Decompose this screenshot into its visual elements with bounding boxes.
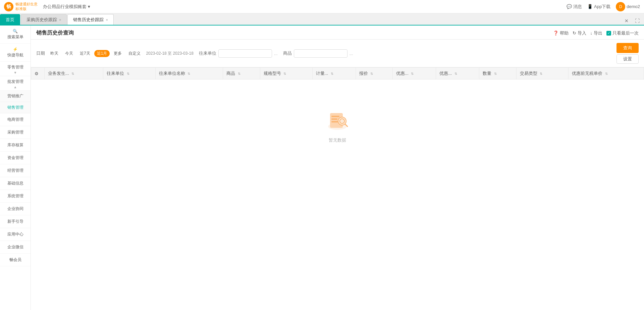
table-area: ⚙ 业务发生... ⇅ 往来单位 ⇅ 往来单位名称 ⇅: [31, 67, 644, 310]
sidebar-item-wholesale[interactable]: 批发管理 ▲: [0, 76, 31, 91]
sort-icon: ⇅: [127, 72, 129, 75]
date-filter-group: 日期 昨天 今天 近7天 近1月 更多 自定义 2023-02-18 至 202…: [36, 50, 194, 57]
col-discount1[interactable]: 优惠... ⇅: [392, 68, 436, 80]
message-button[interactable]: 💬 消息: [567, 4, 582, 10]
logo-icon: 畅: [4, 2, 13, 11]
col-partner-code[interactable]: 往来单位 ⇅: [103, 68, 155, 80]
export-button[interactable]: ↓ 导出: [590, 30, 603, 36]
col-spec[interactable]: 规格型号 ⇅: [260, 68, 312, 80]
maximize-tab-action[interactable]: ⛶: [633, 17, 641, 25]
col-settings: ⚙: [31, 68, 45, 80]
sidebar-item-basic-info[interactable]: 基础信息: [0, 177, 31, 190]
date-btn-7days[interactable]: 近7天: [77, 50, 93, 57]
partner-dots[interactable]: ...: [274, 51, 278, 56]
logo-area: 畅 畅捷通好生意 标准版: [4, 2, 38, 11]
top-bar-left: 畅 畅捷通好生意 标准版 办公用品行业模拟账套 ▾: [4, 2, 93, 11]
col-qty[interactable]: 数量 ⇅: [479, 68, 516, 80]
table-header-row: ⚙ 业务发生... ⇅ 往来单位 ⇅ 往来单位名称 ⇅: [31, 68, 644, 80]
user-menu[interactable]: D demo2: [616, 2, 640, 11]
tab-close-purchase[interactable]: ×: [59, 18, 61, 22]
date-btn-more[interactable]: 更多: [111, 50, 124, 57]
sidebar-item-vip[interactable]: 畅会员: [0, 254, 31, 266]
sidebar-item-ecommerce[interactable]: 电商管理: [0, 113, 31, 126]
sort-icon: ⇅: [454, 72, 457, 75]
tab-home[interactable]: 首页: [0, 14, 20, 25]
col-discount2[interactable]: 优惠... ⇅: [436, 68, 479, 80]
goods-input[interactable]: [294, 49, 347, 58]
date-btn-today[interactable]: 今天: [62, 50, 76, 57]
sidebar-item-app-center[interactable]: 应用中心: [0, 228, 31, 241]
col-trans-type[interactable]: 交易类型 ⇅: [516, 68, 569, 80]
date-btn-yesterday[interactable]: 昨天: [48, 50, 61, 57]
main-layout: 🔍 搜索菜单 ⚡ 快捷导航 零售管理 ▼ 批发管理 ▲ 营销推广 销售管理 电商…: [0, 25, 644, 310]
sidebar-sub-marketing[interactable]: 营销推广: [0, 91, 31, 102]
col-pretax-price[interactable]: 优惠前无税单价 ⇅: [569, 68, 644, 80]
settings-icon[interactable]: ⚙: [35, 71, 39, 76]
sidebar-item-newbie[interactable]: 新手引导: [0, 215, 31, 228]
help-button[interactable]: ❓ 帮助: [553, 30, 569, 36]
partner-input[interactable]: [218, 49, 272, 58]
help-icon: ❓: [553, 31, 558, 36]
empty-text: 暂无数据: [329, 137, 346, 143]
message-icon: 💬: [567, 4, 572, 9]
goods-filter-group: 商品 ...: [283, 49, 353, 58]
date-btn-1month[interactable]: 近1月: [94, 50, 110, 57]
chevron-down-icon: ▾: [88, 4, 90, 9]
tab-close-sales[interactable]: ×: [106, 18, 108, 22]
sidebar-item-search[interactable]: 🔍 搜索菜单: [0, 25, 31, 44]
date-btn-custom[interactable]: 自定义: [126, 50, 143, 57]
sidebar-item-enterprise[interactable]: 企业协同: [0, 203, 31, 215]
sort-icon: ⇅: [71, 72, 74, 75]
empty-state: 暂无数据: [31, 80, 644, 170]
export-icon: ↓: [590, 31, 593, 36]
col-quote[interactable]: 报价 ⇅: [356, 68, 392, 80]
settings-button[interactable]: 设置: [616, 54, 639, 64]
sidebar-item-finance[interactable]: 资金管理: [0, 152, 31, 164]
top-bar-right: 💬 消息 📱 App下载 D demo2: [567, 2, 640, 11]
sidebar-item-shortcut[interactable]: ⚡ 快捷导航: [0, 44, 31, 62]
goods-label: 商品: [283, 50, 292, 56]
page-actions: ❓ 帮助 ↻ 导入 ↓ 导出 ✓ 只看最后一次: [553, 30, 639, 36]
sidebar-item-operations[interactable]: 经营管理: [0, 164, 31, 177]
app-download-button[interactable]: 📱 App下载: [587, 4, 610, 10]
app-selector[interactable]: 办公用品行业模拟账套 ▾: [40, 4, 93, 10]
sort-icon: ⇅: [605, 72, 608, 75]
svg-rect-3: [331, 118, 337, 120]
sort-icon: ⇅: [238, 72, 240, 75]
filter-area: 日期 昨天 今天 近7天 近1月 更多 自定义 2023-02-18 至 202…: [31, 40, 644, 67]
sidebar-item-system[interactable]: 系统管理: [0, 190, 31, 203]
sidebar-item-wechat[interactable]: 企业微信: [0, 241, 31, 254]
sort-icon: ⇅: [494, 72, 497, 75]
col-goods[interactable]: 商品 ⇅: [223, 68, 260, 80]
page-header: 销售历史价查询 ❓ 帮助 ↻ 导入 ↓ 导出 ✓ 只看最后一次: [31, 25, 644, 40]
avatar: D: [616, 2, 625, 11]
col-unit[interactable]: 计量... ⇅: [312, 68, 356, 80]
tab-sales[interactable]: 销售历史价跟踪 ×: [67, 14, 113, 25]
sort-icon: ⇅: [187, 72, 190, 75]
sidebar-sub-sales-mgmt[interactable]: 销售管理: [0, 102, 31, 113]
tab-actions: ✕ ⛶: [623, 17, 644, 25]
sort-icon: ⇅: [411, 72, 414, 75]
query-button[interactable]: 查询: [616, 43, 639, 53]
content-area: 销售历史价查询 ❓ 帮助 ↻ 导入 ↓ 导出 ✓ 只看最后一次: [31, 25, 644, 310]
shortcut-icon: ⚡: [13, 47, 18, 52]
sort-icon: ⇅: [370, 72, 373, 75]
date-label: 日期: [36, 50, 45, 56]
close-tab-action[interactable]: ✕: [623, 17, 631, 25]
chevron-down-icon: ▼: [14, 71, 17, 74]
sort-icon: ⇅: [283, 72, 286, 75]
import-button[interactable]: ↻ 导入: [573, 30, 586, 36]
tab-purchase[interactable]: 采购历史价跟踪 ×: [21, 14, 67, 25]
sidebar-item-inventory[interactable]: 库存核算: [0, 139, 31, 152]
col-partner-name[interactable]: 往来单位名称 ⇅: [155, 68, 223, 80]
goods-dots[interactable]: ...: [350, 51, 353, 56]
date-range-display: 2023-02-18 至 2023-03-18: [146, 51, 193, 56]
partner-filter-group: 往来单位 ...: [199, 49, 278, 58]
tab-bar: 首页 采购历史价跟踪 × 销售历史价跟踪 × ✕ ⛶: [0, 13, 644, 25]
only-last-checkbox[interactable]: ✓ 只看最后一次: [606, 30, 639, 36]
sort-icon: ⇅: [540, 72, 542, 75]
sidebar-item-retail[interactable]: 零售管理 ▼: [0, 62, 31, 76]
sidebar-item-purchase[interactable]: 采购管理: [0, 126, 31, 139]
col-biz-date[interactable]: 业务发生... ⇅: [45, 68, 103, 80]
sidebar: 🔍 搜索菜单 ⚡ 快捷导航 零售管理 ▼ 批发管理 ▲ 营销推广 销售管理 电商…: [0, 25, 31, 310]
